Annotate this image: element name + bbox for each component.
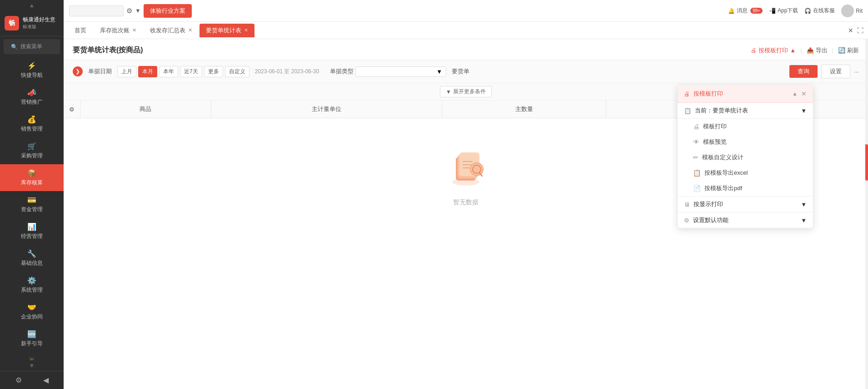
tabs-bar-right: ✕ ⛶	[848, 27, 863, 34]
sidebar-item-sales[interactable]: 💰 销售管理	[0, 111, 64, 137]
sidebar-item-quick-nav[interactable]: ⚡ 快捷导航	[0, 57, 64, 84]
tab-receipt-summary-label: 收发存汇总表	[150, 26, 185, 35]
top-bar-right: 🔔 消息 99+ 📲 App下载 🎧 在线客服 Rit	[728, 5, 863, 17]
template-export-pdf-item[interactable]: 📄 按模板导出pdf	[678, 181, 813, 196]
tab-order-stats-close[interactable]: ✕	[244, 27, 248, 33]
template-print-item[interactable]: 🖨 模板打印	[678, 119, 813, 134]
sidebar-item-guide[interactable]: 🆕 新手引导	[0, 325, 64, 352]
window-close-btn[interactable]: ✕	[848, 27, 853, 34]
enterprise-icon: 🤝	[27, 303, 36, 312]
sidebar-item-label: 基础信息	[21, 259, 43, 267]
doc-type-filter: 单据类型 ▼	[330, 66, 446, 77]
messages-badge: 99+	[750, 8, 763, 14]
sidebar: ▲ 畅 畅康通好生意 标准版 🔍 搜索菜单 ⚡ 快捷导航 📣 营销推广 💰 销售…	[0, 0, 64, 389]
table-col-settings[interactable]: ⚙	[64, 101, 80, 118]
topbar-gear-icon[interactable]: ⚙	[126, 7, 132, 15]
date-last7-btn[interactable]: 近7天	[180, 66, 202, 77]
dropdown-close-btn[interactable]: ✕	[801, 90, 807, 97]
date-custom-btn[interactable]: 自定义	[225, 66, 249, 77]
sidebar-item-basic[interactable]: 🔧 基础信息	[0, 245, 64, 272]
sidebar-search[interactable]: 🔍 搜索菜单	[4, 39, 60, 54]
messages-btn[interactable]: 🔔 消息 99+	[728, 7, 763, 15]
sidebar-item-label: 采购管理	[21, 152, 43, 160]
sidebar-item-appstore[interactable]: 📱 应用中心	[0, 352, 64, 360]
sidebar-item-label: 企业协同	[21, 313, 43, 321]
printer-icon: 🖨	[751, 47, 757, 54]
date-expand-btn[interactable]: ❯	[73, 66, 83, 76]
sidebar-item-label: 营销推广	[21, 98, 43, 106]
settings-filter-btn[interactable]: 设置	[821, 65, 850, 78]
export-icon: 📤	[807, 47, 814, 54]
sidebar-settings-btn[interactable]: ⚙	[15, 376, 22, 384]
sidebar-item-marketing[interactable]: 📣 营销推广	[0, 84, 64, 111]
tab-batch-accounts[interactable]: 库存批次账 ✕	[94, 24, 143, 37]
date-current-year-btn[interactable]: 本年	[159, 66, 178, 77]
sidebar-nav: ⚡ 快捷导航 📣 营销推广 💰 销售管理 🛒 采购管理 📦 库存核算 💳 资金管…	[0, 57, 64, 360]
app-download-label: App下载	[778, 7, 798, 15]
template-design-icon: ✏	[693, 154, 698, 161]
date-current-month-btn[interactable]: 本月	[138, 66, 157, 77]
tab-home[interactable]: 首页	[68, 24, 93, 37]
sidebar-item-purchase[interactable]: 🛒 采购管理	[0, 137, 64, 164]
print-btn[interactable]: 🖨 按模板打印 ▲	[751, 46, 796, 55]
sidebar-item-label: 新手引导	[21, 340, 43, 348]
app-download-btn[interactable]: 📲 App下载	[769, 7, 798, 15]
tab-batch-accounts-close[interactable]: ✕	[132, 27, 136, 33]
main-content: ⚙ ▼ 体验行业方案 🔔 消息 99+ 📲 App下载 🎧 在线客服 Rit	[64, 0, 868, 389]
display-print-arrow: ▼	[801, 201, 807, 208]
refresh-btn[interactable]: 🔄 刷新	[838, 46, 859, 55]
date-prev-month-btn[interactable]: 上月	[117, 66, 136, 77]
query-btn[interactable]: 查询	[789, 65, 818, 78]
date-more-btn[interactable]: 更多	[204, 66, 223, 77]
system-icon: ⚙️	[27, 276, 36, 285]
print-arrow-up: ▲	[790, 47, 796, 54]
current-template-arrow: ▼	[801, 107, 807, 114]
tab-receipt-summary[interactable]: 收发存汇总表 ✕	[144, 24, 199, 37]
topbar-dropdown-arrow[interactable]: ▼	[135, 7, 141, 14]
set-default-section[interactable]: ⚙ 设置默认功能 ▼	[678, 212, 813, 228]
display-print-icon: 🖥	[684, 201, 690, 208]
inventory-icon: 📦	[27, 169, 36, 177]
template-design-item[interactable]: ✏ 模板自定义设计	[678, 150, 813, 165]
more-options-icon[interactable]: ···	[854, 68, 859, 75]
sidebar-item-finance[interactable]: 💳 资金管理	[0, 191, 64, 218]
top-bar: ⚙ ▼ 体验行业方案 🔔 消息 99+ 📲 App下载 🎧 在线客服 Rit	[64, 0, 868, 22]
sidebar-item-label: 系统管理	[21, 286, 43, 294]
sidebar-item-inventory[interactable]: 📦 库存核算	[0, 164, 64, 191]
breadcrumb-input[interactable]	[69, 5, 124, 16]
template-preview-item[interactable]: 👁 模板预览	[678, 134, 813, 150]
display-print-section[interactable]: 🖥 按显示打印 ▼	[678, 197, 813, 212]
sidebar-collapse-btn[interactable]: ◀	[43, 376, 49, 384]
sidebar-scroll-up[interactable]: ▲	[0, 0, 64, 10]
current-template-label: 当前：要货单统计表	[695, 106, 748, 115]
sidebar-item-system[interactable]: ⚙️ 系统管理	[0, 272, 64, 298]
search-icon: 🔍	[11, 44, 18, 50]
messages-label: 消息	[737, 7, 748, 15]
right-scrollbar[interactable]	[865, 39, 868, 389]
sidebar-item-operation[interactable]: 📊 经营管理	[0, 218, 64, 245]
tab-receipt-summary-close[interactable]: ✕	[188, 27, 192, 33]
template-print-icon: 🖨	[693, 123, 699, 130]
doc-type-select[interactable]: ▼	[355, 66, 446, 77]
template-export-excel-item[interactable]: 📋 按模板导出excel	[678, 165, 813, 181]
date-options: 上月 本月 本年 近7天 更多 自定义	[117, 66, 249, 77]
current-template-section[interactable]: 📋 当前：要货单统计表 ▼	[678, 103, 813, 118]
tab-order-stats[interactable]: 要货单统计表 ✕	[200, 24, 254, 37]
expand-more-btn[interactable]: ▼ 展开更多条件	[440, 86, 492, 97]
table-col-unit: 主计量单位	[211, 101, 442, 118]
online-service-btn[interactable]: 🎧 在线客服	[804, 7, 835, 15]
export-btn[interactable]: 📤 导出	[807, 46, 828, 55]
sidebar-item-label: 资金管理	[21, 206, 43, 213]
page-header: 要货单统计表(按商品) 🖨 按模板打印 ▲ | 📤 导出 | 🔄	[64, 39, 868, 60]
headset-icon: 🎧	[804, 8, 811, 14]
template-print-label: 模板打印	[703, 122, 727, 131]
sales-icon: 💰	[27, 115, 36, 124]
sidebar-item-label: 销售管理	[21, 125, 43, 133]
window-maximize-btn[interactable]: ⛶	[857, 27, 863, 34]
sidebar-item-enterprise[interactable]: 🤝 企业协同	[0, 298, 64, 325]
sidebar-scroll-down[interactable]: ▼	[0, 360, 64, 371]
dropdown-up-arrow[interactable]: ▲	[792, 91, 798, 97]
industry-btn[interactable]: 体验行业方案	[144, 4, 192, 18]
user-avatar-btn[interactable]: Rit	[841, 5, 863, 17]
sidebar-item-label: 库存核算	[21, 179, 43, 187]
